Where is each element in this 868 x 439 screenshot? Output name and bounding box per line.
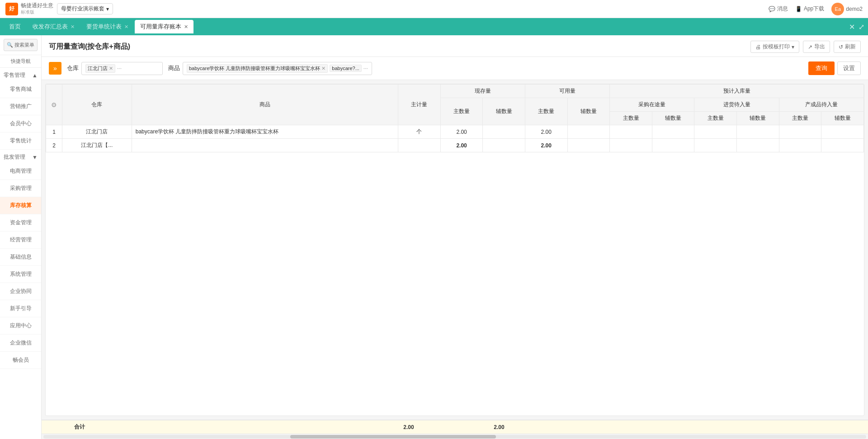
- vip-label: 畅会员: [13, 356, 29, 364]
- logo-sub: 标准版: [21, 9, 53, 15]
- footer-available-main: 2.00: [476, 424, 522, 430]
- col-settings-icon[interactable]: ⚙: [51, 101, 57, 109]
- sidebar-item-vip[interactable]: 畅会员: [0, 352, 41, 369]
- top-bar-right: 💬 消息 📱 App下载 Ea demo2: [769, 3, 863, 15]
- chevron-down-icon: ▾: [106, 6, 109, 12]
- logo-text: 畅捷通好生意: [21, 2, 53, 9]
- col-inbound-aux-header: 辅数量: [737, 112, 779, 125]
- row2-prod-aux: [821, 139, 864, 152]
- sidebar-item-wholesale-mgmt-group[interactable]: 批发管理 ▼: [0, 150, 41, 163]
- tab-order-stats[interactable]: 要货单统计表 ✕: [81, 20, 134, 33]
- bottom-scrollbar[interactable]: [42, 434, 868, 439]
- col-available-aux-header: 辅数量: [567, 98, 610, 125]
- warehouse-filter-input[interactable]: 江北门店 ✕ ···: [81, 62, 163, 75]
- main-layout: 🔍 搜索菜单 快捷导航 零售管理 ▲ 零售商城 营销推广 会员中心 零售统计 批…: [0, 35, 868, 439]
- tab-receipt-label: 收发存汇总表: [33, 23, 68, 31]
- tab-home[interactable]: 首页: [4, 20, 26, 33]
- sidebar-item-inventory[interactable]: 库存核算: [0, 197, 41, 214]
- logo-texts: 畅捷通好生意 标准版: [21, 2, 53, 16]
- col-unit-header: 主计量: [398, 85, 441, 125]
- sidebar-item-purchase-mgmt[interactable]: 采购管理: [0, 180, 41, 197]
- scroll-track: [43, 435, 866, 439]
- col-prod-aux-header: 辅数量: [821, 112, 864, 125]
- sidebar-item-ecommerce[interactable]: 电商管理: [0, 163, 41, 180]
- footer-total-label: 合计: [61, 423, 98, 431]
- sidebar-item-new-guide[interactable]: 新手引导: [0, 300, 41, 317]
- maximize-btn[interactable]: ⤢: [859, 23, 864, 31]
- product-ellipsis: ···: [363, 65, 368, 71]
- data-table: ⚙ 仓库 商品 主计量 现存量: [46, 84, 864, 152]
- sidebar-item-retail-shop[interactable]: 零售商城: [0, 81, 41, 98]
- new-guide-label: 新手引导: [10, 305, 32, 312]
- row2-unit: [398, 139, 441, 152]
- product-filter-tag-2: babycare?...: [330, 65, 362, 72]
- print-icon: 🖨: [755, 44, 761, 50]
- quick-nav-btn[interactable]: 快捷导航: [0, 55, 41, 68]
- tab-receipt-close[interactable]: ✕: [71, 24, 75, 30]
- row2-prod-main: [779, 139, 821, 152]
- scroll-thumb[interactable]: [290, 435, 496, 439]
- retail-stats-label: 零售统计: [10, 137, 32, 145]
- tab-bar: 首页 收发存汇总表 ✕ 要货单统计表 ✕ 可用量库存账本 ✕ ✕ ⤢: [0, 18, 868, 35]
- page-title: 可用量查询(按仓库+商品): [49, 42, 130, 52]
- col-warehouse-header: 仓库: [62, 85, 132, 125]
- product-filter-input[interactable]: babycare学饮杯 儿童防摔防撞吸管杯重力球吸嘴杯宝宝水杯 ✕ babyca…: [183, 62, 372, 75]
- inventory-label: 库存核算: [10, 202, 32, 209]
- row2-available-main: 2.00: [525, 139, 567, 152]
- settings-button[interactable]: 设置: [837, 61, 861, 75]
- col-purchase-main-header: 主数量: [610, 112, 652, 125]
- sidebar-item-member-center[interactable]: 会员中心: [0, 115, 41, 132]
- tab-bar-actions: ✕ ⤢: [849, 23, 864, 31]
- filter-toggle-btn[interactable]: »: [49, 62, 61, 75]
- row2-current-aux: [483, 139, 525, 152]
- member-center-label: 会员中心: [10, 120, 32, 127]
- row1-num: 1: [46, 125, 62, 139]
- user-profile[interactable]: Ea demo2: [831, 3, 863, 15]
- sidebar-item-finance-mgmt[interactable]: 资金管理: [0, 214, 41, 231]
- row1-warehouse: 江北门店: [62, 125, 132, 139]
- query-button[interactable]: 查询: [808, 61, 835, 75]
- page-header: 可用量查询(按仓库+商品) 🖨 按模板打印 ▾ ↗ 导出 ↺ 刷新: [42, 35, 868, 57]
- warehouse-filter-label: 仓库: [67, 64, 79, 72]
- search-icon: 🔍: [7, 42, 13, 47]
- sidebar-item-retail-stats[interactable]: 零售统计: [0, 132, 41, 150]
- row1-inbound-aux: [737, 125, 779, 139]
- logo-icon: 好: [5, 3, 18, 15]
- corp-wechat-label: 企业微信: [10, 339, 32, 347]
- sidebar-item-ops-mgmt[interactable]: 经营管理: [0, 231, 41, 249]
- sidebar-item-corp-collab[interactable]: 企业协同: [0, 283, 41, 300]
- sidebar-item-corp-wechat[interactable]: 企业微信: [0, 335, 41, 352]
- table-footer: 合计 2.00 2.00: [42, 420, 868, 434]
- export-btn[interactable]: ↗ 导出: [803, 41, 830, 53]
- app-download-btn[interactable]: 📱 App下载: [795, 5, 824, 13]
- warehouse-tag-close[interactable]: ✕: [109, 66, 113, 71]
- tab-receipt-summary[interactable]: 收发存汇总表 ✕: [27, 20, 80, 33]
- refresh-btn[interactable]: ↺ 刷新: [834, 41, 861, 53]
- filter-bar: » 仓库 江北门店 ✕ ··· 商品 babycare学饮杯 儿童防摔防撞吸管杯…: [42, 57, 868, 80]
- row2-product: [132, 139, 398, 152]
- row1-prod-aux: [821, 125, 864, 139]
- export-icon: ↗: [808, 44, 812, 50]
- table-area: ⚙ 仓库 商品 主计量 现存量: [45, 84, 864, 416]
- sidebar-item-wholesale-mgmt-label: 批发管理: [4, 153, 25, 161]
- search-menu-btn[interactable]: 🔍 搜索菜单: [4, 39, 38, 51]
- close-all-tabs-btn[interactable]: ✕: [849, 23, 855, 31]
- product-tag-1-close[interactable]: ✕: [321, 66, 326, 71]
- sidebar: 🔍 搜索菜单 快捷导航 零售管理 ▲ 零售商城 营销推广 会员中心 零售统计 批…: [0, 35, 42, 439]
- tab-order-close[interactable]: ✕: [124, 24, 128, 30]
- chevron-icon-2: ▼: [32, 154, 38, 160]
- sidebar-item-marketing[interactable]: 营销推广: [0, 98, 41, 115]
- tab-inventory-label: 可用量库存账本: [140, 23, 181, 31]
- tab-inventory-close[interactable]: ✕: [184, 24, 188, 30]
- sidebar-item-sys-mgmt[interactable]: 系统管理: [0, 266, 41, 283]
- ops-mgmt-label: 经营管理: [10, 236, 32, 244]
- sidebar-item-basic-info[interactable]: 基础信息: [0, 249, 41, 266]
- industry-selector[interactable]: 母婴行业演示账套 ▾: [57, 3, 113, 14]
- content-area: 可用量查询(按仓库+商品) 🖨 按模板打印 ▾ ↗ 导出 ↺ 刷新: [42, 35, 868, 439]
- sidebar-item-retail-mgmt-group[interactable]: 零售管理 ▲: [0, 68, 41, 81]
- table-row: 1 江北门店 babycare学饮杯 儿童防摔防撞吸管杯重力球吸嘴杯宝宝水杯 个…: [46, 125, 864, 139]
- tab-available-inventory[interactable]: 可用量库存账本 ✕: [135, 20, 193, 33]
- print-btn[interactable]: 🖨 按模板打印 ▾: [750, 41, 799, 53]
- message-btn[interactable]: 💬 消息: [769, 5, 788, 13]
- sidebar-item-app-center[interactable]: 应用中心: [0, 317, 41, 335]
